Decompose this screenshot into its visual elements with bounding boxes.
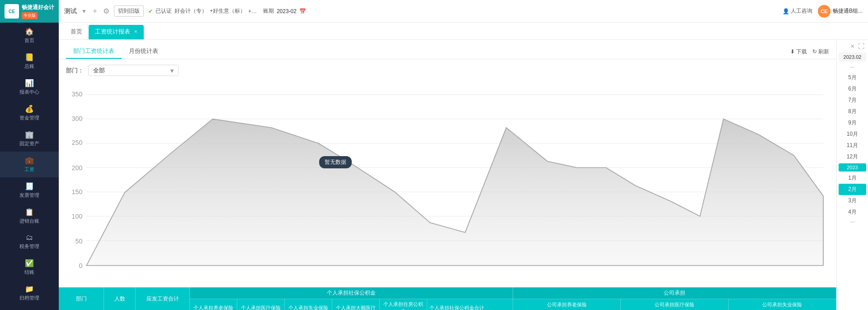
th-company-medical-label: 公司承担医疗保险 — [655, 301, 694, 308]
y-label-100: 100 — [72, 213, 83, 220]
sidebar: CE 畅捷通好会计 专业版 🏠首页📒总账📊报表中心💰资金管理🏢固定资产💼工资🧾发… — [0, 0, 59, 310]
help-btn[interactable]: 👤 人工咨询 — [783, 7, 812, 15]
sidebar-item-ledger[interactable]: 📒总账 — [0, 48, 59, 74]
topbar-dropdown-arrow[interactable]: ▼ — [81, 8, 87, 14]
month-item-10月[interactable]: 10月 — [837, 129, 868, 140]
month-2023-3月[interactable]: 3月 — [837, 195, 868, 206]
topbar-add-icon[interactable]: ＋ — [91, 6, 99, 16]
th-company-old-age: 公司承担养老保险 — [513, 299, 621, 310]
assets-label: 固定资产 — [19, 140, 39, 147]
th-company-unemploy: 公司承担失业保险 — [729, 299, 836, 310]
help-icon: 👤 — [783, 8, 789, 14]
sidebar-item-archive[interactable]: 📁归档管理 — [0, 280, 59, 306]
period-value: 2023-02 — [277, 8, 297, 14]
y-label-0: 0 — [79, 262, 82, 269]
month-item-12月[interactable]: 12月 — [837, 151, 868, 162]
panel-scroll-up[interactable]: ︿ — [837, 62, 868, 72]
month-item-7月[interactable]: 7月 — [837, 95, 868, 106]
subtab-month[interactable]: 月份统计表 — [122, 44, 165, 59]
sidebar-item-tax[interactable]: 🗂税务管理 — [0, 229, 59, 254]
month-2023-4月[interactable]: 4月 — [837, 206, 868, 218]
month-item-8月[interactable]: 8月 — [837, 106, 868, 117]
archive-label: 归档管理 — [19, 295, 39, 301]
avatar-initials: CE — [821, 9, 827, 14]
th-personal-total-label: 个人承担社保公积金合计 — [429, 305, 484, 310]
chart-container: 350 300 250 200 150 100 50 0 — [59, 81, 836, 287]
topbar-settings-icon[interactable]: ⚙ — [103, 7, 109, 15]
logo-abbr: CE — [9, 9, 15, 14]
sidebar-item-assets[interactable]: 🏢固定资产 — [0, 126, 59, 152]
status-business: +好生意（标） — [210, 7, 245, 15]
invoice-label: 发票管理 — [19, 192, 39, 199]
panel-close-btn[interactable]: × — [851, 43, 854, 50]
th-personal-big-med-label: 个人承担大额医疗 — [336, 305, 376, 310]
th-personal-unemploy-label: 个人承担失业保险 — [288, 305, 328, 310]
sidebar-item-checkout[interactable]: ✅结账 — [0, 254, 59, 280]
subtab-bar: 部门工资统计表 月份统计表 ⬇ 下载 ↻ 刷新 — [59, 40, 836, 59]
logo-icon: CE — [5, 4, 19, 19]
year-2023[interactable]: 2023 — [839, 163, 866, 172]
panel-scroll-down[interactable]: ﹀ — [837, 218, 868, 228]
month-item-5月[interactable]: 5月 — [837, 72, 868, 83]
sidebar-item-reports[interactable]: 📊报表中心 — [0, 74, 59, 100]
reports-icon: 📊 — [25, 79, 34, 87]
sidebar-item-settings[interactable]: ⚙️设置 — [0, 306, 59, 310]
user-avatar: CE — [818, 5, 830, 18]
month-2023-1月[interactable]: 1月 — [837, 172, 868, 184]
switch-old-btn[interactable]: 切到旧版 — [114, 5, 144, 17]
month-item-11月[interactable]: 11月 — [837, 140, 868, 151]
sidebar-items-container: 🏠首页📒总账📊报表中心💰资金管理🏢固定资产💼工资🧾发票管理📋进销台账🗂税务管理✅… — [0, 23, 59, 310]
month-2023-2月[interactable]: 2月 — [839, 184, 866, 195]
th-personal-old-age: 个人承担养老保险 — [190, 299, 237, 310]
refresh-icon: ↻ — [812, 48, 817, 55]
panel-expand-btn[interactable]: ⛶ — [858, 43, 864, 50]
topbar-status: ✔ 已认证 好会计（专） +好生意（标） +… 账期 2023-02 📅 — [148, 7, 306, 15]
dept-filter-select[interactable]: 全部 部门1 部门2 — [88, 65, 179, 76]
th-salary-label: 应发工资合计 — [146, 295, 179, 303]
th-personal-cols: 个人承担养老保险 个人承担医疗保险 个人承担失业保险 个人承担大额医疗 个人承担 — [190, 299, 513, 310]
download-icon: ⬇ — [790, 48, 795, 55]
y-label-200: 200 — [72, 164, 83, 172]
checkout-label: 结账 — [24, 269, 34, 276]
month-item-6月[interactable]: 6月 — [837, 83, 868, 95]
user-menu[interactable]: CE 畅捷通B组... — [818, 5, 863, 18]
th-company-medical: 公司承担医疗保险 — [621, 299, 728, 310]
tabbar: 首页 工资统计报表 × — [59, 23, 868, 40]
th-personal-medical: 个人承担医疗保险 — [237, 299, 285, 310]
th-company-unemploy-label: 公司承担失业保险 — [762, 301, 802, 308]
th-company-title: 公司承担 — [513, 287, 836, 299]
subtab-dept[interactable]: 部门工资统计表 — [66, 44, 122, 59]
tab-home[interactable]: 首页 — [64, 25, 89, 39]
sidebar-item-salary[interactable]: 💼工资 — [0, 152, 59, 177]
subtab-dept-label: 部门工资统计表 — [73, 48, 114, 54]
tab-salary-label: 工资统计报表 — [95, 28, 130, 35]
sidebar-item-invoice[interactable]: 🧾发票管理 — [0, 177, 59, 203]
panel-date-display[interactable]: 2023.02 — [839, 52, 866, 62]
right-panel: × ⛶ 2023.02 ︿ 5月6月7月8月9月10月11月12月20231月2… — [836, 40, 868, 310]
sidebar-item-sales[interactable]: 📋进销台账 — [0, 203, 59, 229]
tab-home-label: 首页 — [71, 28, 82, 35]
right-panel-controls: × ⛶ — [837, 40, 868, 52]
download-btn[interactable]: ⬇ 下载 — [790, 48, 807, 56]
month-item-9月[interactable]: 9月 — [837, 117, 868, 129]
th-dept-label: 部门 — [76, 295, 87, 303]
sidebar-item-funds[interactable]: 💰资金管理 — [0, 100, 59, 126]
username: 畅捷通B组... — [833, 7, 863, 15]
tab-salary[interactable]: 工资统计报表 × — [89, 25, 144, 39]
y-label-50: 50 — [75, 238, 82, 245]
filter-bar: 部门： 全部 部门1 部门2 ▼ — [59, 59, 836, 81]
th-personal-total: 个人承担社保公积金合计 — [427, 299, 486, 310]
th-personal-housing: 个人承担住房公积金 — [380, 299, 427, 310]
certified-dot: ✔ — [148, 8, 153, 14]
th-personal-medical-label: 个人承担医疗保险 — [241, 305, 281, 310]
refresh-label: 刷新 — [818, 48, 829, 56]
calendar-icon[interactable]: 📅 — [299, 8, 306, 14]
th-personal-title: 个人承担社保公积金 — [190, 287, 513, 299]
content-area: 部门工资统计表 月份统计表 ⬇ 下载 ↻ 刷新 — [59, 40, 868, 310]
y-label-250: 250 — [72, 139, 83, 147]
tab-salary-close[interactable]: × — [134, 29, 137, 35]
refresh-btn[interactable]: ↻ 刷新 — [812, 48, 829, 56]
tax-icon: 🗂 — [26, 234, 33, 242]
chart-svg: 350 300 250 200 150 100 50 0 — [66, 86, 829, 283]
sidebar-item-home[interactable]: 🏠首页 — [0, 23, 59, 48]
